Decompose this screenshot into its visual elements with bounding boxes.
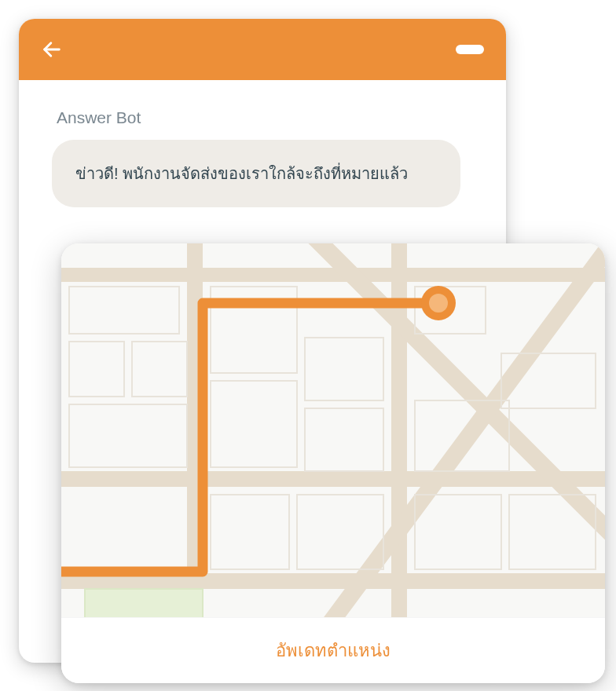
chat-body: Answer Bot ข่าวดี! พนักงานจัดส่งของเราใก… [19,80,506,207]
bot-name-label: Answer Bot [57,108,473,127]
svg-point-26 [429,294,448,313]
map-footer: อัพเดทตำแหน่ง [61,617,605,683]
map-view[interactable] [61,243,605,617]
update-location-button[interactable]: อัพเดทตำแหน่ง [276,637,390,664]
back-arrow-icon[interactable] [41,38,63,60]
status-pill-icon [456,45,484,54]
chat-bubble: ข่าวดี! พนักงานจัดส่งของเราใกล้จะถึงที่ห… [52,140,460,207]
map-svg [61,243,605,617]
chat-header [19,19,506,80]
svg-rect-24 [85,589,203,617]
map-card: อัพเดทตำแหน่ง [61,243,605,683]
chat-bubble-text: ข่าวดี! พนักงานจัดส่งของเราใกล้จะถึงที่ห… [75,162,437,185]
